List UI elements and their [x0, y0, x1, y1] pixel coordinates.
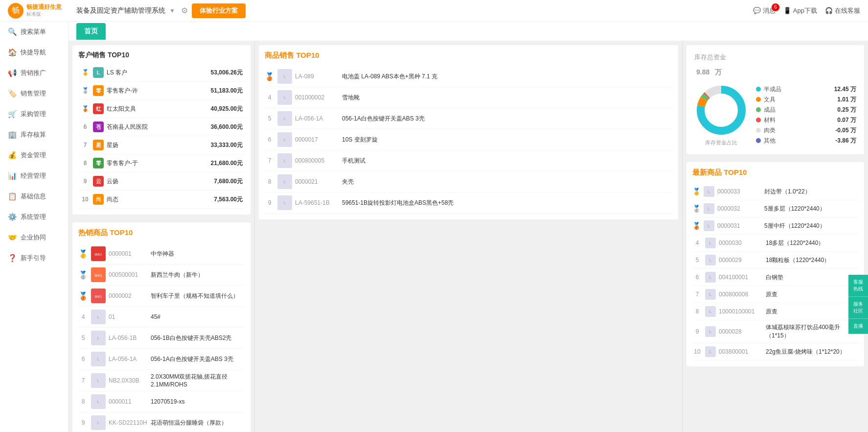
- product-image-placeholder: L: [277, 90, 292, 105]
- hot-product-item: 9 L KK-SD22110H 花语萌恒温分腿睡袋（厚款）: [78, 412, 245, 432]
- new-product-image: L: [705, 238, 716, 248]
- sidebar-item-marketing[interactable]: 📢 营销推广: [0, 63, 68, 83]
- customer-name: 星扬: [107, 141, 211, 149]
- customer-amount: 7,680.00元: [214, 177, 243, 186]
- customer-name: 红太阳文具: [107, 105, 211, 113]
- rank-medal: 🥉: [78, 291, 88, 301]
- customer-avatar: 零: [93, 85, 104, 96]
- float-buttons: 客服热线 服务社区 直播: [848, 275, 868, 334]
- new-product-code: 0000029: [719, 257, 763, 264]
- rank-number: 8: [692, 308, 702, 315]
- svg-text:IMG: IMG: [94, 252, 102, 257]
- customer-rank-item: 6 苍 苍南县人民医院 36,600.00元: [78, 118, 245, 136]
- new-product-item: 🥇 L 0000033 封边带（1.0*22）: [692, 183, 858, 200]
- logo: 畅 畅捷通好生意 标准版: [8, 3, 76, 19]
- customer-avatar: 星: [93, 140, 104, 150]
- customers-top10-card: 客户销售 TOP10 🥇 L LS 客户 53,006.26元 🥈 零 零售客户…: [72, 45, 251, 215]
- gear-icon[interactable]: ⚙: [181, 6, 188, 15]
- customer-name: 零售客户-许: [107, 87, 211, 95]
- online-service-button[interactable]: 🎧 在线客服: [825, 6, 860, 15]
- product-code: LA-59651-1B: [295, 199, 339, 206]
- float-btn-service[interactable]: 客服热线: [848, 275, 868, 297]
- sidebar-item-system[interactable]: ⚙️ 系统管理: [0, 207, 68, 227]
- product-image-placeholder: L: [91, 352, 106, 366]
- customer-avatar: 云: [93, 176, 104, 187]
- product-code: KK-SD22110H: [109, 419, 148, 426]
- hot-product-item: 8 L 0000011 12070519-xs: [78, 391, 245, 412]
- float-btn-community[interactable]: 服务社区: [848, 297, 868, 319]
- rank-number: 8: [78, 398, 88, 405]
- new-product-item: 5 L 0000029 18颗粒板（1220*2440）: [692, 252, 858, 269]
- sidebar-item-search[interactable]: 🔍 搜索菜单: [0, 22, 68, 42]
- tab-home[interactable]: 首页: [76, 23, 106, 40]
- product-sales-item: 7 L 000800005 手机测试: [265, 150, 672, 171]
- customer-amount: 33,333.00元: [211, 141, 243, 149]
- product-name: 10S 变刻罗旋: [342, 136, 672, 144]
- sidebar: 🔍 搜索菜单 🏠 快捷导航 📢 营销推广 🏷️ 销售管理 🛒 采购管理 🏢 库存…: [0, 22, 69, 432]
- sidebar-item-basic[interactable]: 📋 基础信息: [0, 186, 68, 207]
- product-image-placeholder: L: [91, 394, 106, 409]
- product-name: 056-1A白色按键开关盖ABS 3壳: [342, 115, 672, 123]
- product-sales-item: 9 L LA-59651-1B 59651-1B旋转投影灯电池盒ABS黑色+58…: [265, 192, 672, 214]
- search-icon: 🔍: [8, 27, 17, 36]
- new-product-item: 9 L 0000028 体城荔核味苏打饮品400毫升（1*15）: [692, 320, 858, 343]
- product-name: 花语萌恒温分腿睡袋（厚款）: [151, 419, 245, 427]
- system-icon: ⚙️: [8, 213, 17, 221]
- float-btn-live[interactable]: 直播: [848, 319, 868, 334]
- sidebar-item-guide[interactable]: ❓ 新手引导: [0, 248, 68, 268]
- rank-number: 8: [80, 160, 90, 167]
- new-product-image: L: [705, 326, 716, 337]
- inventory-card: 库存总资金 9.88 万 库存资金占比: [686, 45, 864, 154]
- sidebar-label-enterprise: 企业协同: [21, 233, 46, 242]
- product-image: IMG: [91, 288, 106, 303]
- home-icon: 🏠: [8, 48, 17, 57]
- sidebar-item-purchase[interactable]: 🛒 采购管理: [0, 104, 68, 124]
- rank-number: 8: [265, 178, 274, 185]
- legend-name: 材料: [764, 116, 834, 124]
- dropdown-arrow-icon[interactable]: ▼: [169, 7, 175, 14]
- sidebar-item-inventory[interactable]: 🏢 库存核算: [0, 124, 68, 145]
- customer-name: 云扬: [107, 177, 214, 186]
- sidebar-item-nav[interactable]: 🏠 快捷导航: [0, 42, 68, 63]
- rank-number: 9: [265, 199, 274, 206]
- purchase-icon: 🛒: [8, 110, 17, 119]
- product-image-placeholder: L: [277, 195, 292, 210]
- trial-button[interactable]: 体验行业方案: [192, 3, 246, 18]
- sidebar-item-operations[interactable]: 📊 经营管理: [0, 166, 68, 186]
- customer-rank-item: 9 云 云扬 7,680.00元: [78, 172, 245, 191]
- product-code: 000800005: [295, 157, 339, 164]
- legend-name: 文具: [764, 96, 834, 104]
- main-layout: 🔍 搜索菜单 🏠 快捷导航 📢 营销推广 🏷️ 销售管理 🛒 采购管理 🏢 库存…: [0, 22, 868, 432]
- svg-text:IMG: IMG: [94, 273, 102, 278]
- product-name: 电池盖 LA-089 ABS本色+黑种 7.1 克: [342, 72, 672, 81]
- customer-rank-item: 10 尚 尚态 7,563.00元: [78, 191, 245, 209]
- product-name: 手机测试: [342, 157, 672, 165]
- new-product-code: 0000033: [717, 188, 761, 195]
- rank-number: 5: [78, 335, 88, 341]
- legend-item: 成品 0.25 万: [756, 106, 856, 114]
- legend-item: 半成品 12.45 万: [756, 85, 856, 94]
- rank-number: 10: [692, 348, 702, 355]
- content-header: 首页: [69, 22, 868, 41]
- customer-avatar: 零: [93, 158, 104, 168]
- sidebar-label-system: 系统管理: [21, 213, 46, 221]
- customer-name: 苍南县人民医院: [107, 123, 211, 131]
- product-code: LA-089: [295, 73, 339, 80]
- enterprise-icon: 🤝: [8, 233, 17, 242]
- product-image-placeholder: L: [91, 373, 106, 388]
- rank-number: 7: [692, 291, 702, 298]
- product-name: 12070519-xs: [151, 398, 245, 405]
- product-name: 雪地靴: [342, 94, 672, 102]
- sidebar-label-inventory: 库存核算: [21, 130, 46, 139]
- legend-item: 肉类 -0.05 万: [756, 126, 856, 135]
- sidebar-item-finance[interactable]: 💰 资金管理: [0, 145, 68, 166]
- new-product-name: 体城荔核味苏打饮品400毫升（1*15）: [766, 323, 858, 340]
- sidebar-item-sales[interactable]: 🏷️ 销售管理: [0, 83, 68, 104]
- messages-button[interactable]: 💬 消息 6: [753, 6, 776, 15]
- logo-text: 畅捷通好生意: [26, 3, 62, 10]
- app-download-button[interactable]: 📱 App下载: [783, 6, 817, 15]
- inventory-amount: 9.88 万: [694, 64, 856, 77]
- message-badge: 6: [772, 3, 779, 11]
- hot-products-card: 热销商品 TOP10 🥇 IMG 0000001 中华神器 🥈 IMG 0005…: [72, 222, 251, 432]
- sidebar-item-enterprise[interactable]: 🤝 企业协同: [0, 227, 68, 248]
